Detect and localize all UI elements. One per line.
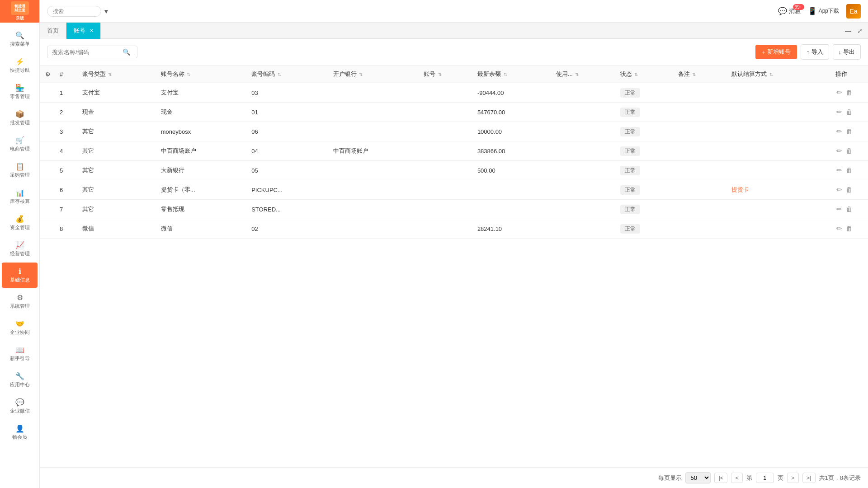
row-actions: ✏ 🗑 xyxy=(832,83,868,103)
delete-btn[interactable]: 🗑 xyxy=(845,204,854,214)
status-badge: 正常 xyxy=(620,88,640,98)
per-page-select[interactable]: 50 100 200 xyxy=(685,472,711,483)
page-prefix-label: 第 xyxy=(746,474,752,482)
edit-btn[interactable]: ✏ xyxy=(835,204,843,214)
row-code: 01 xyxy=(248,103,330,122)
sidebar-label-member: 畅会员 xyxy=(12,434,27,441)
appcenter-icon: 🔧 xyxy=(15,372,24,380)
edit-btn[interactable]: ✏ xyxy=(835,146,843,156)
sidebar-item-enterprise[interactable]: 🤝企业协同 xyxy=(2,315,38,340)
sidebar-item-wholesale[interactable]: 📦批发管理 xyxy=(2,105,38,131)
sidebar-item-finance[interactable]: 💰资金管理 xyxy=(2,210,38,235)
sidebar-item-ecommerce[interactable]: 🛒电商管理 xyxy=(2,131,38,157)
shortcut-icon: ⚡ xyxy=(15,57,24,66)
row-code: 06 xyxy=(248,122,330,141)
add-account-button[interactable]: + 新增账号 xyxy=(755,45,797,59)
sidebar-item-basic[interactable]: ℹ基础信息 xyxy=(2,263,38,288)
row-account xyxy=(420,122,474,141)
row-status: 正常 xyxy=(617,141,675,161)
system-icon: ⚙ xyxy=(17,293,23,302)
col-gear[interactable]: ⚙ xyxy=(40,66,56,83)
table-row: 3 其它 moneybosx 06 10000.00 正常 ✏ 🗑 xyxy=(40,122,868,141)
user-avatar[interactable]: Ea xyxy=(846,4,861,19)
col-usage[interactable]: 使用... ⇅ xyxy=(552,66,617,83)
sidebar-item-system[interactable]: ⚙系统管理 xyxy=(2,289,38,314)
col-balance[interactable]: 最新余额 ⇅ xyxy=(474,66,552,83)
app-download-button[interactable]: 📱 App下载 xyxy=(808,7,839,15)
delete-btn[interactable]: 🗑 xyxy=(845,146,854,155)
search-input[interactable] xyxy=(52,49,120,56)
page-input[interactable] xyxy=(756,473,774,483)
tab-home[interactable]: 首页 xyxy=(40,23,66,39)
export-button[interactable]: ↓ 导出 xyxy=(833,44,861,60)
tab-account[interactable]: 账号 × xyxy=(66,23,101,39)
sidebar-label-finance: 资金管理 xyxy=(10,224,30,231)
page-next-btn[interactable]: > xyxy=(787,473,799,483)
table-row: 6 其它 提货卡（零... PICKUPC... 正常 提货卡 ✏ 🗑 xyxy=(40,180,868,200)
sidebar-item-inventory[interactable]: 📊库存核算 xyxy=(2,184,38,209)
edit-btn[interactable]: ✏ xyxy=(835,165,843,175)
edit-btn[interactable]: ✏ xyxy=(835,107,843,117)
col-action: 操作 xyxy=(832,66,868,83)
col-default-pay[interactable]: 默认结算方式 ⇅ xyxy=(728,66,832,83)
row-balance: 500.00 xyxy=(474,161,552,180)
window-minimize-btn[interactable]: — xyxy=(844,26,853,35)
window-maximize-btn[interactable]: ⤢ xyxy=(855,26,864,35)
status-badge: 正常 xyxy=(620,205,640,214)
edit-btn[interactable]: ✏ xyxy=(835,127,843,136)
row-usage xyxy=(552,141,617,161)
row-status: 正常 xyxy=(617,122,675,141)
row-default-pay xyxy=(728,83,832,103)
table-row: 7 其它 零售抵现 STORED... 正常 ✏ 🗑 xyxy=(40,200,868,219)
row-name: 中百商场账户 xyxy=(157,141,248,161)
page-last-btn[interactable]: >| xyxy=(802,473,816,483)
sidebar-item-appcenter[interactable]: 🔧应用中心 xyxy=(2,367,38,393)
row-bank: 中百商场账户 xyxy=(330,141,420,161)
delete-btn[interactable]: 🗑 xyxy=(845,165,854,175)
row-gear xyxy=(40,122,56,141)
page-prev-btn[interactable]: < xyxy=(731,473,743,483)
col-status[interactable]: 状态 ⇅ xyxy=(617,66,675,83)
header-search-input[interactable] xyxy=(47,6,101,17)
toolbar-left: 🔍 xyxy=(47,46,137,58)
sidebar-item-operation[interactable]: 📈经营管理 xyxy=(2,236,38,262)
row-remark xyxy=(675,180,728,200)
col-account[interactable]: 账号 ⇅ xyxy=(420,66,474,83)
delete-btn[interactable]: 🗑 xyxy=(845,224,854,233)
sidebar-item-wechat[interactable]: 💬企业微信 xyxy=(2,394,38,419)
header-dropdown-btn[interactable]: ▼ xyxy=(103,8,109,15)
status-badge: 正常 xyxy=(620,146,640,156)
delete-btn[interactable]: 🗑 xyxy=(845,185,854,194)
import-button[interactable]: ↑ 导入 xyxy=(801,44,829,60)
row-remark xyxy=(675,83,728,103)
delete-btn[interactable]: 🗑 xyxy=(845,127,854,136)
delete-btn[interactable]: 🗑 xyxy=(845,107,854,117)
sidebar-item-shortcut[interactable]: ⚡快捷导航 xyxy=(2,53,38,78)
sidebar-item-retail[interactable]: 🏪零售管理 xyxy=(2,79,38,104)
col-remark[interactable]: 备注 ⇅ xyxy=(675,66,728,83)
sidebar-item-member[interactable]: 👤畅会员 xyxy=(2,420,38,445)
main-area: ▼ 💬 消息 99+ 📱 App下载 Ea 首页 账号 × xyxy=(40,0,868,488)
edit-btn[interactable]: ✏ xyxy=(835,88,843,98)
edit-btn[interactable]: ✏ xyxy=(835,224,843,234)
message-badge: 99+ xyxy=(793,4,804,10)
col-bank[interactable]: 开户银行 ⇅ xyxy=(330,66,420,83)
col-name[interactable]: 账号名称 ⇅ xyxy=(157,66,248,83)
edit-btn[interactable]: ✏ xyxy=(835,185,843,195)
row-remark xyxy=(675,161,728,180)
page-first-btn[interactable]: |< xyxy=(714,473,727,483)
message-button[interactable]: 💬 消息 99+ xyxy=(778,7,801,15)
col-code[interactable]: 账号编码 ⇅ xyxy=(248,66,330,83)
tab-account-close[interactable]: × xyxy=(90,28,93,34)
row-actions: ✏ 🗑 xyxy=(832,219,868,239)
row-index: 6 xyxy=(56,180,79,200)
tab-account-label: 账号 xyxy=(74,27,85,35)
col-type[interactable]: 账号类型 ⇅ xyxy=(79,66,157,83)
page-suffix-label: 页 xyxy=(778,474,783,482)
row-balance xyxy=(474,180,552,200)
sidebar-item-search[interactable]: 🔍搜索菜单 xyxy=(2,27,38,52)
row-remark xyxy=(675,122,728,141)
sidebar-item-purchase[interactable]: 📋采购管理 xyxy=(2,158,38,183)
sidebar-item-guide[interactable]: 📖新手引导 xyxy=(2,341,38,366)
delete-btn[interactable]: 🗑 xyxy=(845,88,854,97)
